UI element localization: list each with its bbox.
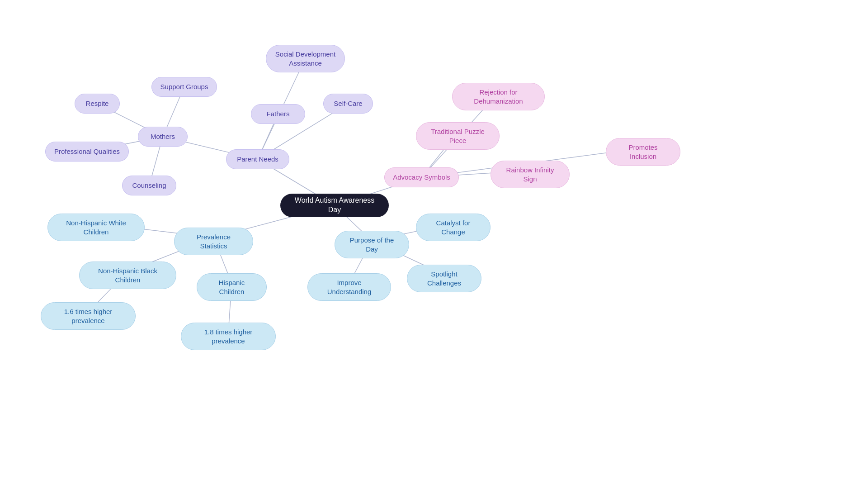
node-hispanic_children[interactable]: Hispanic Children bbox=[197, 273, 267, 301]
node-improve_understanding[interactable]: Improve Understanding bbox=[307, 273, 391, 301]
node-rejection_dehumanization[interactable]: Rejection for Dehumanization bbox=[452, 83, 545, 110]
mind-map: World Autism Awareness DaySocial Develop… bbox=[0, 0, 868, 490]
node-support_groups[interactable]: Support Groups bbox=[151, 77, 217, 97]
node-traditional_puzzle[interactable]: Traditional Puzzle Piece bbox=[416, 122, 500, 150]
node-spotlight_challenges[interactable]: Spotlight Challenges bbox=[407, 265, 481, 292]
connections-svg bbox=[0, 0, 868, 490]
node-prevalence_18[interactable]: 1.8 times higher prevalence bbox=[181, 323, 276, 350]
node-self_care[interactable]: Self-Care bbox=[323, 94, 373, 114]
node-purpose_of_day[interactable]: Purpose of the Day bbox=[335, 231, 409, 258]
node-counseling[interactable]: Counseling bbox=[122, 176, 176, 195]
node-parent_needs[interactable]: Parent Needs bbox=[226, 149, 289, 169]
node-catalyst_for_change[interactable]: Catalyst for Change bbox=[416, 214, 491, 241]
node-mothers[interactable]: Mothers bbox=[138, 127, 188, 147]
node-fathers[interactable]: Fathers bbox=[251, 104, 305, 124]
node-prevalence_16[interactable]: 1.6 times higher prevalence bbox=[41, 302, 136, 330]
node-advocacy_symbols[interactable]: Advocacy Symbols bbox=[384, 167, 459, 187]
node-social_development[interactable]: Social Development Assistance bbox=[266, 45, 345, 72]
node-promotes_inclusion[interactable]: Promotes Inclusion bbox=[606, 138, 680, 166]
node-rainbow_infinity[interactable]: Rainbow Infinity Sign bbox=[491, 161, 570, 188]
node-respite[interactable]: Respite bbox=[75, 94, 120, 114]
node-non_hispanic_black[interactable]: Non-Hispanic Black Children bbox=[79, 262, 176, 289]
node-non_hispanic_white[interactable]: Non-Hispanic White Children bbox=[47, 214, 145, 241]
node-professional_qualities[interactable]: Professional Qualities bbox=[45, 142, 129, 162]
node-prevalence_statistics[interactable]: Prevalence Statistics bbox=[174, 228, 253, 255]
center-node: World Autism Awareness Day bbox=[280, 194, 389, 217]
